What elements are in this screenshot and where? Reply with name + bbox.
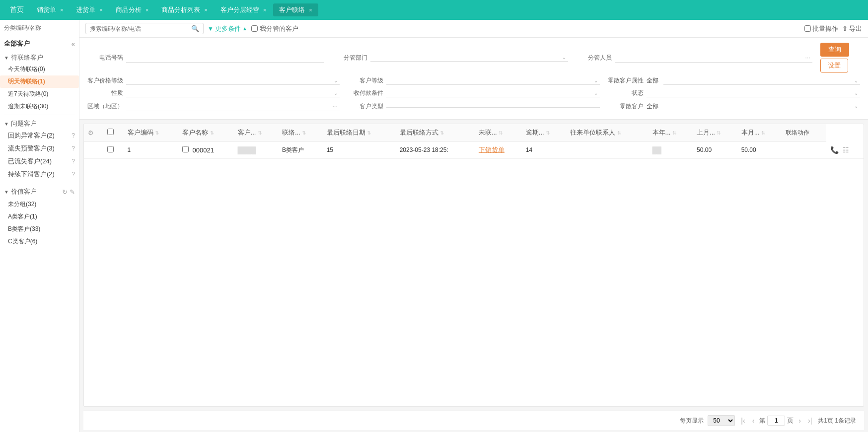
sidebar-search-input[interactable] xyxy=(4,24,78,31)
qrcode-action-icon[interactable]: ☷ xyxy=(843,146,849,154)
filter-field-customer-type: 客户类型 xyxy=(348,102,600,111)
page-size-select[interactable]: 50 100 200 xyxy=(708,415,735,426)
sidebar-item-repurchase-abnormal[interactable]: 回购异常客户(2) ? xyxy=(0,129,79,142)
region-select[interactable]: ··· xyxy=(126,101,340,111)
row-code: 000021 xyxy=(178,142,233,159)
row-contact-count: 15 xyxy=(323,142,396,159)
nav-sales-close[interactable]: × xyxy=(60,7,63,13)
col-contact-count-header[interactable]: 联络... ⇅ xyxy=(278,124,323,142)
filter-field-status: 状态 ⌄ xyxy=(608,89,860,97)
sidebar-group-value-icons: ↻ ✎ xyxy=(62,188,75,196)
sidebar-item-ungrouped[interactable]: 未分组(32) xyxy=(0,198,79,211)
export-btn[interactable]: ⇧ 导出 xyxy=(842,24,862,33)
col-checkbox-header[interactable] xyxy=(103,124,123,142)
batch-op-btn[interactable]: 批量操作 xyxy=(804,24,838,33)
my-customers-check[interactable] xyxy=(251,25,258,32)
col-liaison-header[interactable]: 往来单位联系人 ⇅ xyxy=(566,124,648,142)
retail-customer-select[interactable]: ⌄ xyxy=(663,102,860,110)
help-icon-2: ? xyxy=(72,145,75,152)
col-this-year-header[interactable]: 本年... ⇅ xyxy=(649,124,693,142)
col-this-month-header[interactable]: 本月... ⇅ xyxy=(737,124,782,142)
nav-goods-analysis-list[interactable]: 商品分析列表 × xyxy=(155,3,213,16)
filter-field-phone: 电话号码 xyxy=(87,53,324,63)
customer-level-select[interactable]: ⌄ xyxy=(386,77,600,85)
nav-purchase-close[interactable]: × xyxy=(99,7,102,13)
col-last-method-header[interactable]: 最后联络方式 ⇅ xyxy=(396,124,475,142)
branch-person-select[interactable]: ··· xyxy=(615,53,812,63)
query-btn[interactable]: 查询 xyxy=(820,43,849,57)
col-last-month-header[interactable]: 上月... ⇅ xyxy=(693,124,737,142)
sidebar-item-class-a[interactable]: A类客户(1) xyxy=(0,211,79,223)
nav-goods-analysis[interactable]: 商品分析 × xyxy=(110,3,154,16)
nav-customer-tier-close[interactable]: × xyxy=(263,7,266,13)
row-actions: 📞 ☷ xyxy=(826,142,864,159)
nav-goods-analysis-close[interactable]: × xyxy=(145,7,148,13)
sidebar-search-wrap: 🔍 xyxy=(0,20,79,36)
more-conditions-btn[interactable]: ▼ 更多条件 ▲ xyxy=(208,24,247,33)
filter-row-3: 性质 ⌄ 收付款条件 ⌄ 状态 xyxy=(87,89,860,97)
nav-goods-analysis-list-close[interactable]: × xyxy=(204,7,207,13)
advanced-filter: 电话号码 分管部门 ⌄ 分管人员 ··· xyxy=(79,38,868,120)
nav-sales[interactable]: 销货单 × xyxy=(31,3,69,16)
select-all-checkbox[interactable] xyxy=(107,129,114,135)
col-overdue-header[interactable]: 逾期... ⇅ xyxy=(522,124,567,142)
nav-customer-tier[interactable]: 客户分层经营 × xyxy=(215,3,272,16)
nav-home[interactable]: 首页 xyxy=(4,3,30,16)
row-select-checkbox[interactable] xyxy=(107,146,114,152)
nature-caret: ⌄ xyxy=(334,90,338,96)
main-search-input[interactable] xyxy=(90,25,189,32)
sidebar-item-class-b[interactable]: B类客户(33) xyxy=(0,223,79,235)
nav-customer-contact-close[interactable]: × xyxy=(309,7,312,13)
sidebar-item-today-contact[interactable]: 今天待联络(0) xyxy=(0,63,79,75)
sidebar-item-churn-warning[interactable]: 流失预警客户(3) ? xyxy=(0,142,79,155)
filter-field-nature: 性质 ⌄ xyxy=(87,89,340,97)
sidebar-item-churned[interactable]: 已流失客户(24) ? xyxy=(0,155,79,168)
setting-btn[interactable]: 设置 xyxy=(820,59,848,72)
my-customers-checkbox[interactable]: 我分管的客户 xyxy=(251,24,298,33)
row-code-checkbox[interactable] xyxy=(182,146,189,152)
customer-type-select[interactable] xyxy=(386,105,600,108)
nature-select[interactable]: ⌄ xyxy=(126,89,340,97)
refresh-icon[interactable]: ↻ xyxy=(62,188,68,196)
col-no-contact-header[interactable]: 未联... ⇅ xyxy=(475,124,522,142)
phone-input[interactable] xyxy=(128,54,322,61)
retail-attr-select[interactable]: ⌄ xyxy=(663,77,860,85)
settings-gear-icon[interactable]: ⚙ xyxy=(88,129,94,137)
payment-select[interactable]: ⌄ xyxy=(386,89,600,97)
sidebar-all-customers[interactable]: 全部客户 « xyxy=(0,36,79,51)
sidebar-item-week-contact[interactable]: 近7天待联络(0) xyxy=(0,88,79,100)
price-level-select[interactable]: ⌄ xyxy=(126,77,340,85)
first-page-btn[interactable]: |‹ xyxy=(739,416,747,426)
customer-level-caret: ⌄ xyxy=(594,78,598,83)
col-type-header[interactable]: 客户... ⇅ xyxy=(234,124,279,142)
col-settings-header[interactable]: ⚙ xyxy=(84,124,103,142)
phone-action-icon[interactable]: 📞 xyxy=(830,146,839,154)
sidebar-item-overdue-contact[interactable]: 逾期未联络(30) xyxy=(0,100,79,113)
sidebar-item-tomorrow-contact[interactable]: 明天待联络(1) xyxy=(0,75,79,88)
col-last-date-header[interactable]: 最后联络日期 ⇅ xyxy=(323,124,396,142)
sidebar-item-declining[interactable]: 持续下滑客户(2) ? xyxy=(0,168,79,181)
row-index: 1 xyxy=(124,142,179,159)
row-last-method[interactable]: 下销货单 xyxy=(475,142,522,159)
nav-customer-contact[interactable]: 客户联络 × xyxy=(273,3,318,16)
sidebar-item-class-c[interactable]: C类客户(6) xyxy=(0,235,79,248)
next-page-btn[interactable]: › xyxy=(796,416,803,426)
batch-checkbox[interactable] xyxy=(804,25,811,32)
filter-btn-col: 查询 设置 xyxy=(820,43,860,72)
row-checkbox[interactable] xyxy=(103,142,123,159)
status-select[interactable]: ⌄ xyxy=(647,89,860,97)
edit-icon[interactable]: ✎ xyxy=(70,188,75,196)
prev-page-btn[interactable]: ‹ xyxy=(750,416,757,426)
nav-purchase[interactable]: 进货单 × xyxy=(70,3,108,16)
main-search-icon[interactable]: 🔍 xyxy=(191,25,199,32)
col-name-header[interactable]: 客户名称 ⇅ xyxy=(178,124,233,142)
filter-field-branch-dept: 分管部门 ⌄ xyxy=(332,54,568,62)
last-method-link[interactable]: 下销货单 xyxy=(479,146,505,153)
pagination-bar: 每页显示 50 100 200 |‹ ‹ 第 页 › ›| 共1页 1条记录 xyxy=(83,411,864,430)
col-code-header[interactable]: 客户编码 ⇅ xyxy=(124,124,179,142)
data-table-wrap: ⚙ 客户编码 ⇅ 客户名称 ⇅ 客户... ⇅ 联络... ⇅ 最后联络日期 ⇅… xyxy=(83,124,864,407)
row-settings xyxy=(84,142,103,159)
branch-dept-select[interactable]: ⌄ xyxy=(370,54,568,62)
last-page-btn[interactable]: ›| xyxy=(806,416,814,426)
page-number-input[interactable] xyxy=(767,416,785,426)
